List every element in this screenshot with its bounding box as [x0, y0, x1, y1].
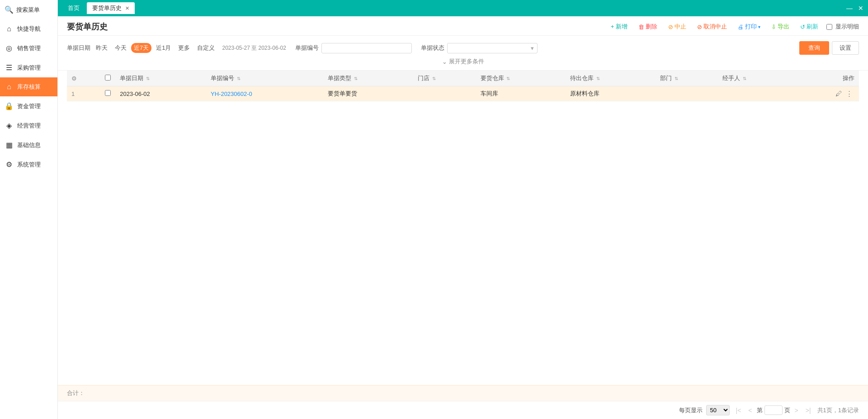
sidebar-item-finance[interactable]: 🔒 资金管理: [0, 96, 57, 116]
export-button[interactable]: ⇩ 导出: [769, 21, 792, 33]
col-doc-number: 单据编号 ⇅: [206, 71, 323, 86]
status-select[interactable]: [447, 43, 538, 53]
sort-icon-handler[interactable]: ⇅: [743, 76, 746, 81]
doc-number-link[interactable]: YH-20230602-0: [211, 90, 252, 97]
status-select-wrapper: [447, 43, 538, 53]
row-more-button[interactable]: ⋮: [846, 90, 853, 98]
cell-handler: [718, 86, 794, 101]
sidebar-item-label: 采购管理: [17, 64, 41, 72]
table-row: 1 2023-06-02 YH-20230602-0 要货单要货 车间库 原材料…: [67, 86, 859, 101]
next-page-button[interactable]: >: [792, 406, 801, 415]
sidebar-item-label: 基础信息: [17, 141, 41, 149]
prev-page-button[interactable]: <: [745, 406, 755, 415]
operations-icon: ◈: [5, 121, 14, 130]
sort-icon-pending-warehouse[interactable]: ⇅: [596, 76, 600, 81]
sidebar-item-sales[interactable]: ◎ 销售管理: [0, 38, 57, 58]
page-title: 要货单历史: [67, 21, 108, 32]
row-edit-button[interactable]: 🖊: [835, 90, 842, 97]
expand-label: 展开更多条件: [449, 57, 484, 66]
display-cell-button[interactable]: 显示明细: [826, 23, 859, 31]
sidebar-item-quick-nav[interactable]: ⌂ 快捷导航: [0, 19, 57, 38]
date-opt-1month[interactable]: 近1月: [153, 43, 174, 53]
print-icon: 🖨: [738, 24, 744, 30]
delete-button[interactable]: 🗑 删除: [636, 21, 660, 33]
sidebar-item-purchase[interactable]: ☰ 采购管理: [0, 58, 57, 77]
sort-icon-doc-number[interactable]: ⇅: [237, 76, 241, 81]
sort-icon-req-warehouse[interactable]: ⇅: [506, 76, 510, 81]
col-department: 部门 ⇅: [656, 71, 718, 86]
date-filter-label: 单据日期: [67, 44, 90, 52]
refresh-button[interactable]: ↺ 刷新: [797, 21, 821, 33]
print-button[interactable]: 🖨 打印 ▾: [735, 21, 763, 33]
sidebar-item-label: 系统管理: [17, 161, 41, 169]
sidebar: 🔍 搜索菜单 ⌂ 快捷导航 ◎ 销售管理 ☰ 采购管理 ⌂ 库存核算 🔒 资金管…: [0, 0, 58, 419]
sidebar-item-basic-info[interactable]: ▦ 基础信息: [0, 135, 57, 155]
tab-home[interactable]: 首页: [62, 2, 85, 14]
page-size-select[interactable]: 10 20 50 100: [706, 405, 730, 415]
date-filter-group: 单据日期 昨天 今天 近7天 近1月 更多 自定义 2023-05-27 至 2…: [67, 43, 286, 53]
page-size-label: 每页显示: [679, 406, 703, 414]
date-opt-more[interactable]: 更多: [175, 43, 193, 53]
sidebar-item-label: 销售管理: [17, 44, 41, 52]
sidebar-item-system[interactable]: ⚙ 系统管理: [0, 155, 57, 174]
sort-icon-doc-type[interactable]: ⇅: [354, 76, 358, 81]
sidebar-item-label: 经营管理: [17, 122, 41, 130]
date-opt-yesterday[interactable]: 昨天: [93, 43, 110, 53]
pagination: 每页显示 10 20 50 100 |< < 第 1 页 > >| 共1页，1条…: [58, 401, 868, 419]
sort-icon-store[interactable]: ⇅: [432, 76, 436, 81]
sort-icon-doc-date[interactable]: ⇅: [146, 76, 150, 81]
basic-info-icon: ▦: [5, 141, 14, 149]
col-operations: 操作: [794, 71, 859, 86]
row-checkbox[interactable]: [105, 90, 111, 96]
cell-pending-warehouse: 原材料仓库: [566, 86, 656, 101]
window-minimize-icon[interactable]: —: [846, 5, 853, 12]
window-close-icon[interactable]: ✕: [858, 5, 863, 12]
sidebar-item-label: 库存核算: [17, 83, 41, 91]
expand-icon: ⌄: [442, 58, 447, 65]
query-button[interactable]: 查询: [799, 41, 829, 55]
first-page-button[interactable]: |<: [733, 406, 744, 415]
sidebar-search[interactable]: 🔍 搜索菜单: [0, 0, 57, 19]
filter-area: 单据日期 昨天 今天 近7天 近1月 更多 自定义 2023-05-27 至 2…: [58, 36, 868, 71]
search-icon: 🔍: [5, 5, 14, 14]
tab-requisition-history[interactable]: 要货单历史 ✕: [87, 2, 135, 14]
date-opt-today[interactable]: 今天: [112, 43, 129, 53]
page-input[interactable]: 1: [764, 405, 783, 415]
col-pending-warehouse: 待出仓库 ⇅: [566, 71, 656, 86]
col-doc-type: 单据类型 ⇅: [323, 71, 413, 86]
table-settings-icon[interactable]: ⚙: [71, 75, 77, 82]
sidebar-item-operations[interactable]: ◈ 经营管理: [0, 116, 57, 135]
inventory-icon: ⌂: [5, 83, 14, 91]
sidebar-item-label: 资金管理: [17, 102, 41, 110]
col-store: 门店 ⇅: [413, 71, 476, 86]
refresh-icon: ↺: [800, 24, 805, 30]
table-footer: 合计：: [58, 385, 868, 401]
sidebar-item-inventory[interactable]: ⌂ 库存核算: [0, 77, 57, 96]
header-actions: + 新增 🗑 删除 ⊘ 中止 ⊘ 取消中止 🖨 打印 ▾: [608, 21, 859, 33]
doc-number-input[interactable]: [321, 43, 412, 53]
cancel-stop-button[interactable]: ⊘ 取消中止: [694, 21, 730, 33]
add-button[interactable]: + 新增: [608, 21, 630, 33]
tab-close-icon[interactable]: ✕: [125, 5, 129, 11]
col-handler: 经手人 ⇅: [718, 71, 794, 86]
display-cell-checkbox[interactable]: [826, 24, 832, 30]
system-icon: ⚙: [5, 160, 14, 169]
last-page-button[interactable]: >|: [803, 406, 814, 415]
date-range-display: 2023-05-27 至 2023-06-02: [222, 44, 286, 52]
page-nav: |< < 第 1 页 > >|: [733, 405, 814, 415]
home-icon: ⌂: [5, 25, 14, 33]
sort-icon-department[interactable]: ⇅: [675, 76, 678, 81]
main-area: 首页 要货单历史 ✕ — ✕ 要货单历史 + 新增 🗑 删除 ⊘ 中止: [58, 0, 868, 419]
select-all-checkbox[interactable]: [105, 75, 111, 81]
page-info: 共1页，1条记录: [817, 406, 859, 414]
stop-button[interactable]: ⊘ 中止: [665, 21, 689, 33]
cell-doc-date: 2023-06-02: [115, 86, 206, 101]
doc-number-label: 单据编号: [295, 44, 319, 52]
status-filter-group: 单据状态 ▾: [421, 43, 534, 53]
date-opt-7days[interactable]: 近7天: [131, 43, 151, 53]
sales-icon: ◎: [5, 44, 14, 52]
expand-more-button[interactable]: ⌄ 展开更多条件: [67, 55, 859, 67]
settings-button[interactable]: 设置: [832, 41, 859, 55]
export-icon: ⇩: [771, 24, 776, 30]
date-opt-custom[interactable]: 自定义: [194, 43, 217, 53]
